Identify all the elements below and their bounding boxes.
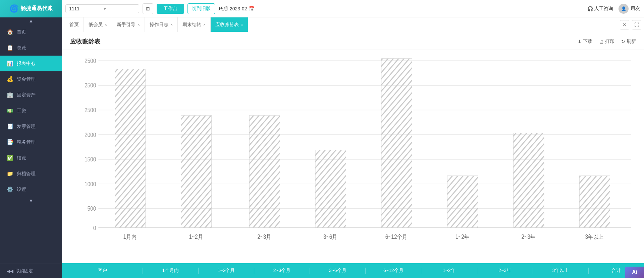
sidebar-item-invoice[interactable]: 🧾 发票管理 bbox=[0, 119, 62, 134]
expand-tab-button[interactable]: ⛶ bbox=[632, 20, 641, 29]
assets-icon: 🏢 bbox=[7, 92, 13, 98]
logo: 🌀 畅捷通易代账 bbox=[0, 0, 62, 17]
page-header: 应收账龄表 ⬇ 下载 🖨 打印 ↻ 刷新 bbox=[62, 32, 644, 50]
th-3year-plus: 3年以上 bbox=[533, 268, 589, 274]
avatar: 👤 bbox=[619, 4, 629, 14]
table-header-bar: 客户 1个月内 1~2个月 2~3个月 3~6个月 6~12个月 1~2年 2~… bbox=[62, 263, 644, 278]
copy-button[interactable]: ⊞ bbox=[143, 3, 153, 14]
svg-text:0: 0 bbox=[93, 225, 96, 231]
workbench-button[interactable]: 工作台 bbox=[157, 4, 184, 14]
headset-icon: 🎧 bbox=[587, 6, 593, 11]
sidebar-scroll-up[interactable]: ▲ bbox=[0, 17, 62, 24]
th-2-3year: 2~3年 bbox=[477, 268, 533, 274]
sidebar-label-reports: 报表中心 bbox=[17, 61, 36, 67]
tab-home[interactable]: 首页 bbox=[65, 17, 84, 32]
svg-text:3~6月: 3~6月 bbox=[323, 233, 337, 240]
sidebar-item-reports[interactable]: 📊 报表中心 bbox=[0, 56, 62, 71]
th-3-6month: 3~6个月 bbox=[310, 268, 366, 274]
tab-aging-close[interactable]: × bbox=[241, 22, 243, 27]
logo-icon: 🌀 bbox=[9, 4, 18, 13]
refresh-label: 刷新 bbox=[627, 39, 636, 45]
switch-old-button[interactable]: 切到旧版 bbox=[187, 3, 215, 14]
sidebar: ▲ 🏠 首页 📋 总账 📊 报表中心 💰 资金管理 🏢 固定资产 💵 工资 🧾 … bbox=[0, 17, 62, 278]
sidebar-scroll-down[interactable]: ▼ bbox=[0, 197, 62, 204]
th-customer: 客户 bbox=[62, 268, 143, 274]
sidebar-item-archive[interactable]: 📁 归档管理 bbox=[0, 166, 62, 182]
svg-rect-27 bbox=[447, 176, 478, 228]
sidebar-item-ledger[interactable]: 📋 总账 bbox=[0, 40, 62, 56]
tab-period-end[interactable]: 期末结转 × bbox=[178, 17, 211, 32]
download-button[interactable]: ⬇ 下载 bbox=[578, 39, 592, 45]
page-title: 应收账龄表 bbox=[70, 38, 100, 46]
sidebar-item-checkout[interactable]: ✅ 结账 bbox=[0, 150, 62, 166]
period-area: 账期 2023-02 📅 bbox=[218, 6, 255, 12]
ledger-icon: 📋 bbox=[7, 45, 13, 51]
consult-button[interactable]: 🎧 人工咨询 bbox=[587, 6, 613, 12]
home-icon: 🏠 bbox=[7, 29, 13, 35]
user-area[interactable]: 👤 用友 bbox=[619, 4, 640, 14]
sidebar-item-salary[interactable]: 💵 工资 bbox=[0, 103, 62, 119]
tab-member-label: 畅会员 bbox=[89, 22, 103, 28]
ai-badge-label: Ai bbox=[632, 269, 637, 275]
main-layout: ▲ 🏠 首页 📋 总账 📊 报表中心 💰 资金管理 🏢 固定资产 💵 工资 🧾 … bbox=[0, 17, 644, 278]
consult-label: 人工咨询 bbox=[594, 6, 613, 12]
th-1-2year: 1~2年 bbox=[421, 268, 477, 274]
tab-oplog-close[interactable]: × bbox=[170, 22, 173, 27]
sidebar-item-assets[interactable]: 🏢 固定资产 bbox=[0, 87, 62, 103]
download-label: 下载 bbox=[583, 39, 592, 45]
salary-icon: 💵 bbox=[7, 108, 13, 114]
svg-text:3年以上: 3年以上 bbox=[585, 233, 604, 240]
print-button[interactable]: 🖨 打印 bbox=[599, 39, 614, 45]
page-actions: ⬇ 下载 🖨 打印 ↻ 刷新 bbox=[578, 39, 636, 45]
th-1month: 1个月内 bbox=[143, 268, 199, 274]
header-right: 🎧 人工咨询 👤 用友 bbox=[587, 4, 640, 14]
archive-icon: 📁 bbox=[7, 170, 13, 177]
tab-actions: ✕ ⛶ bbox=[620, 20, 641, 29]
company-select[interactable]: 1111 ▾ bbox=[65, 4, 139, 13]
pin-icon: ◀◀ bbox=[7, 269, 13, 274]
cancel-fixed-button[interactable]: ◀◀ 取消固定 bbox=[0, 264, 62, 278]
th-6-12month: 6~12个月 bbox=[366, 268, 421, 274]
sidebar-item-settings[interactable]: ⚙️ 设置 bbox=[0, 182, 62, 197]
tab-period-end-close[interactable]: × bbox=[203, 22, 206, 27]
settings-icon: ⚙️ bbox=[7, 186, 13, 193]
svg-rect-29 bbox=[513, 133, 544, 228]
refresh-icon: ↻ bbox=[621, 39, 625, 44]
svg-rect-25 bbox=[381, 59, 412, 228]
sidebar-item-tax[interactable]: 📑 税务管理 bbox=[0, 134, 62, 150]
tab-member-close[interactable]: × bbox=[105, 22, 107, 27]
svg-text:2~3年: 2~3年 bbox=[522, 233, 536, 240]
svg-rect-31 bbox=[579, 176, 610, 228]
tab-oplog[interactable]: 操作日志 × bbox=[145, 17, 178, 32]
refresh-button[interactable]: ↻ 刷新 bbox=[621, 39, 636, 45]
sidebar-label-ledger: 总账 bbox=[17, 45, 26, 51]
sidebar-item-finance[interactable]: 💰 资金管理 bbox=[0, 71, 62, 87]
svg-text:2500: 2500 bbox=[85, 58, 96, 64]
tab-member[interactable]: 畅会员 × bbox=[84, 17, 112, 32]
tab-bar: 首页 畅会员 × 新手引导 × 操作日志 × 期末结转 × 应收账龄表 × bbox=[62, 17, 644, 32]
cancel-fixed-label: 取消固定 bbox=[15, 268, 33, 274]
sidebar-label-salary: 工资 bbox=[17, 108, 26, 114]
tab-aging[interactable]: 应收账龄表 × bbox=[211, 17, 248, 32]
svg-rect-21 bbox=[249, 116, 280, 228]
tab-guide-close[interactable]: × bbox=[138, 22, 140, 27]
chevron-down-icon: ▾ bbox=[104, 6, 136, 11]
sidebar-label-checkout: 结账 bbox=[17, 155, 26, 161]
calendar-icon[interactable]: 📅 bbox=[249, 6, 255, 11]
svg-text:2500: 2500 bbox=[85, 82, 96, 89]
invoice-icon: 🧾 bbox=[7, 123, 13, 130]
top-header: 🌀 畅捷通易代账 1111 ▾ ⊞ 工作台 切到旧版 账期 2023-02 📅 … bbox=[0, 0, 644, 17]
svg-text:1~2年: 1~2年 bbox=[455, 233, 470, 240]
download-icon: ⬇ bbox=[578, 39, 582, 44]
tab-guide[interactable]: 新手引导 × bbox=[112, 17, 145, 32]
sidebar-label-settings: 设置 bbox=[17, 187, 26, 193]
period-label: 账期 bbox=[218, 6, 228, 12]
sidebar-item-home[interactable]: 🏠 首页 bbox=[0, 24, 62, 40]
content-area: 首页 畅会员 × 新手引导 × 操作日志 × 期末结转 × 应收账龄表 × bbox=[62, 17, 644, 278]
print-label: 打印 bbox=[605, 39, 614, 45]
ai-badge[interactable]: Ai bbox=[625, 267, 644, 278]
company-name: 1111 bbox=[69, 6, 101, 11]
svg-text:1000: 1000 bbox=[85, 181, 96, 188]
close-tab-button[interactable]: ✕ bbox=[620, 20, 629, 29]
tab-home-label: 首页 bbox=[69, 22, 79, 28]
